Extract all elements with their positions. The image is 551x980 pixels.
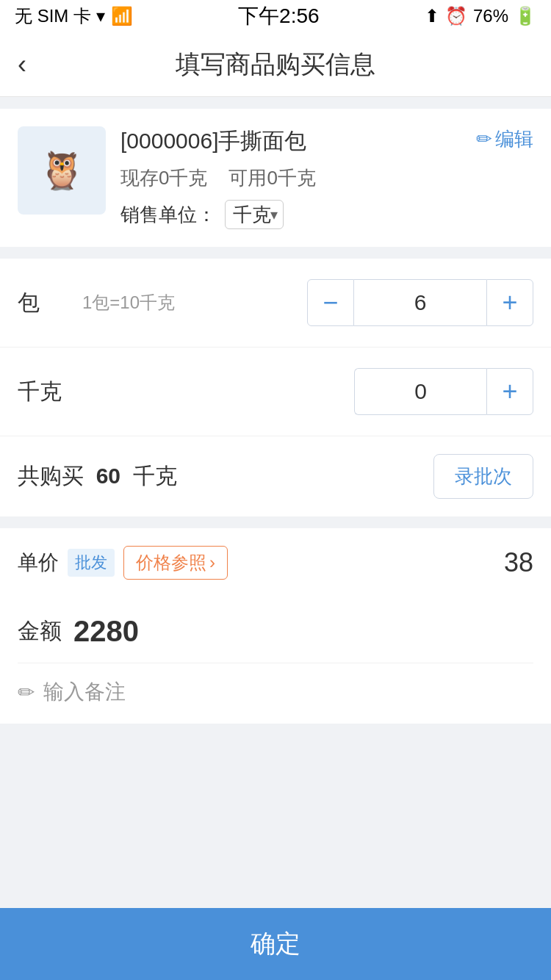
alarm-icon: ⏰ <box>445 6 467 26</box>
price-section: 单价 批发 价格参照 › 38 <box>0 528 551 597</box>
battery-icon: 🔋 <box>514 6 536 26</box>
edit-icon: ✏ <box>476 128 492 151</box>
kg-quantity-input[interactable] <box>354 368 486 415</box>
price-reference-button[interactable]: 价格参照 › <box>123 546 228 580</box>
amount-value: 2280 <box>73 615 139 648</box>
price-batch-tag: 批发 <box>68 549 115 577</box>
kg-label: 千克 <box>18 377 76 407</box>
bao-label: 包 <box>18 288 76 318</box>
unit-label: 销售单位： <box>120 202 216 228</box>
price-label: 单价 <box>18 549 59 577</box>
stock-available: 可用0千克 <box>228 167 315 189</box>
sim-status: 无 SIM 卡 ▾ <box>15 4 105 28</box>
product-name: [0000006]手撕面包 <box>120 126 533 156</box>
page-title: 填写商品购买信息 <box>176 48 375 82</box>
batch-button[interactable]: 录批次 <box>433 454 533 499</box>
product-card: 🦉 [0000006]手撕面包 现存0千克 可用0千克 销售单位： 千克 包 ✏… <box>0 109 551 247</box>
price-value: 38 <box>504 547 533 578</box>
product-unit-row: 销售单位： 千克 包 <box>120 200 533 229</box>
unit-select-wrapper[interactable]: 千克 包 <box>225 200 284 229</box>
status-right: ⬆ ⏰ 76% 🔋 <box>425 6 536 26</box>
kg-quantity-row: 千克 + <box>0 347 551 436</box>
bao-plus-button[interactable]: + <box>486 279 533 326</box>
price-ref-arrow: › <box>209 552 215 573</box>
total-text: 共购买 60 千克 <box>18 461 177 491</box>
wifi-icon: 📶 <box>111 6 133 26</box>
unit-select[interactable]: 千克 包 <box>225 200 284 229</box>
nav-bar: ‹ 填写商品购买信息 <box>0 32 551 97</box>
section-divider-1 <box>0 516 551 528</box>
bao-quantity-input[interactable] <box>354 279 486 326</box>
edit-label: 编辑 <box>495 126 533 152</box>
kg-plus-button[interactable]: + <box>486 368 533 415</box>
quantity-section: 包 1包=10千克 − + 千克 + 共购买 60 千克 录批次 <box>0 259 551 516</box>
stock-current: 现存0千克 <box>120 167 207 189</box>
kg-qty-controls: + <box>354 368 533 415</box>
amount-label: 金额 <box>18 616 62 646</box>
back-button[interactable]: ‹ <box>18 49 26 80</box>
bao-qty-controls: − + <box>307 279 533 326</box>
pencil-icon: ✏ <box>18 680 35 705</box>
bao-hint: 1包=10千克 <box>82 291 307 314</box>
battery-level: 76% <box>473 6 508 26</box>
edit-button[interactable]: ✏ 编辑 <box>476 126 533 152</box>
total-unit: 千克 <box>133 464 177 488</box>
confirm-button[interactable]: 确定 <box>0 908 551 980</box>
location-icon: ⬆ <box>425 6 439 26</box>
bao-quantity-row: 包 1包=10千克 − + <box>0 259 551 347</box>
amount-row: 金额 2280 <box>18 615 533 663</box>
product-stock: 现存0千克 可用0千克 <box>120 165 533 191</box>
status-bar: 无 SIM 卡 ▾ 📶 下午2:56 ⬆ ⏰ 76% 🔋 <box>0 0 551 32</box>
status-time: 下午2:56 <box>238 2 320 30</box>
bottom-space <box>0 724 551 812</box>
bao-minus-button[interactable]: − <box>307 279 354 326</box>
total-amount: 60 <box>96 464 120 488</box>
note-placeholder[interactable]: 输入备注 <box>43 678 126 706</box>
product-info: [0000006]手撕面包 现存0千克 可用0千克 销售单位： 千克 包 <box>120 126 533 229</box>
total-prefix: 共购买 <box>18 464 84 488</box>
product-image-icon: 🦉 <box>39 149 84 192</box>
note-row[interactable]: ✏ 输入备注 <box>18 663 533 724</box>
product-image: 🦉 <box>18 126 106 215</box>
amount-section: 金额 2280 ✏ 输入备注 <box>0 597 551 724</box>
status-left: 无 SIM 卡 ▾ 📶 <box>15 4 133 28</box>
price-ref-label: 价格参照 <box>136 551 206 574</box>
total-row: 共购买 60 千克 录批次 <box>0 436 551 516</box>
